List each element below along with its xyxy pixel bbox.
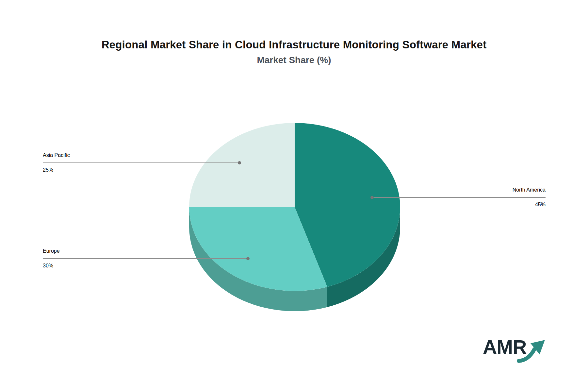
leader-dot-europe: [246, 257, 250, 260]
amr-logo: AMR: [483, 337, 551, 367]
leader-dot-asia-pacific: [238, 161, 241, 164]
pie-chart: [0, 0, 588, 391]
slice-label-north-america: North America: [513, 185, 546, 195]
slice-value-north-america: 45%: [535, 200, 546, 210]
chart-canvas: Regional Market Share in Cloud Infrastru…: [0, 0, 588, 391]
slice-label-europe: Europe: [43, 246, 60, 256]
slice-value-asia-pacific: 25%: [43, 165, 53, 175]
slice-value-europe: 30%: [43, 261, 53, 271]
leader-dot-north-america: [370, 196, 374, 199]
pie-slice-asia-pacific: [189, 123, 295, 207]
slice-label-asia-pacific: Asia Pacific: [43, 150, 70, 160]
amr-logo-arrow-icon: [515, 338, 548, 364]
